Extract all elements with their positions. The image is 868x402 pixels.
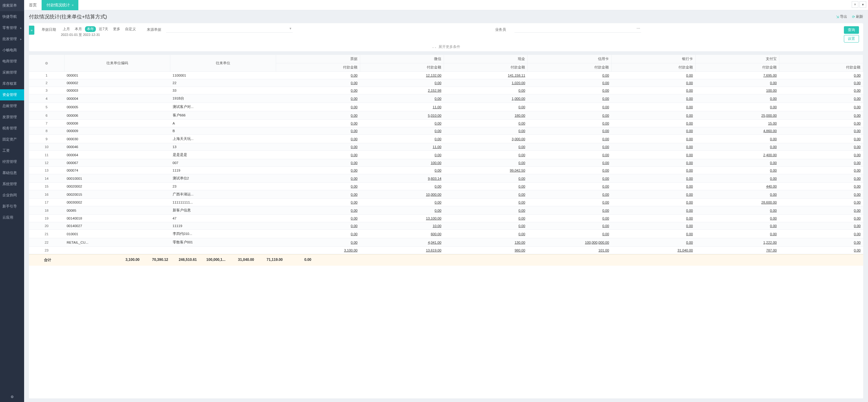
amount-link[interactable]: 0.00 — [518, 232, 525, 236]
col-name[interactable]: 往来单位 — [170, 55, 276, 72]
amount-link[interactable]: 0.00 — [686, 184, 693, 188]
table-row[interactable]: 7000008A0.000.000.000.000.0015.000.00 — [29, 120, 863, 127]
amount-link[interactable]: 100.00 — [766, 89, 777, 92]
amount-link[interactable]: 0.00 — [518, 145, 525, 149]
amount-link[interactable]: 0.00 — [351, 114, 358, 117]
amount-link[interactable]: 0.00 — [351, 153, 358, 157]
amount-link[interactable]: 0.00 — [770, 161, 777, 165]
amount-link[interactable]: 101.00 — [598, 249, 609, 252]
amount-link[interactable]: 0.00 — [602, 161, 609, 165]
table-row[interactable]: 5000005测试客户对...0.0011.000.000.000.000.00… — [29, 103, 863, 111]
sidebar-item-wholesale[interactable]: 批发管理▸ — [0, 33, 24, 45]
amount-link[interactable]: 0.00 — [602, 129, 609, 133]
amount-link[interactable]: 440.00 — [766, 184, 777, 188]
amount-link[interactable]: 0.00 — [686, 145, 693, 149]
col-amt-5[interactable]: 付款金额 — [695, 63, 779, 72]
table-row[interactable]: 9000030上海天天玩...0.000.003,000.000.000.000… — [29, 135, 863, 143]
table-row[interactable]: 1700030002111111111...0.000.000.000.000.… — [29, 199, 863, 206]
amount-link[interactable]: 3,100.00 — [344, 249, 358, 252]
table-row[interactable]: 1900140018470.0013,100.000.000.000.000.0… — [29, 215, 863, 222]
amount-link[interactable]: 15.00 — [768, 121, 777, 125]
amount-link[interactable]: 0.00 — [854, 217, 861, 220]
amount-link[interactable]: 0.00 — [602, 217, 609, 220]
sidebar-item-ec-mgmt[interactable]: 电商管理 — [0, 56, 24, 67]
amount-link[interactable]: 0.00 — [435, 121, 441, 125]
amount-link[interactable]: 0.00 — [854, 169, 861, 172]
amount-link[interactable]: 9,603.14 — [428, 177, 441, 180]
date-quick-5[interactable]: 自定义 — [123, 26, 138, 32]
table-row[interactable]: 1500020002230.000.000.000.000.00440.000.… — [29, 183, 863, 190]
amount-link[interactable]: 0.00 — [686, 177, 693, 180]
amount-link[interactable]: 0.00 — [686, 81, 693, 85]
amount-link[interactable]: 0.00 — [854, 193, 861, 196]
amount-link[interactable]: 1,222.00 — [763, 241, 777, 244]
amount-link[interactable]: 0.00 — [435, 201, 441, 204]
salesperson-input[interactable] — [515, 26, 641, 33]
amount-link[interactable]: 0.00 — [854, 209, 861, 212]
amount-link[interactable]: 0.00 — [854, 201, 861, 204]
amount-link[interactable]: 0.00 — [602, 153, 609, 157]
sidebar-item-basic[interactable]: 基础信息 — [0, 167, 24, 178]
amount-link[interactable]: 0.00 — [518, 217, 525, 220]
amount-link[interactable]: 0.00 — [770, 232, 777, 236]
query-button[interactable]: 查询 — [844, 26, 859, 34]
amount-link[interactable]: 0.00 — [770, 145, 777, 149]
amount-link[interactable]: 10.00 — [433, 224, 441, 228]
amount-link[interactable]: 7,695.00 — [763, 74, 777, 77]
table-row[interactable]: 1400010001测试单位20.009,603.140.000.000.000… — [29, 174, 863, 183]
amount-link[interactable]: 980.00 — [515, 249, 525, 252]
amount-link[interactable]: 0.00 — [686, 169, 693, 172]
amount-link[interactable]: 0.00 — [770, 169, 777, 172]
amount-link[interactable]: 0.00 — [770, 209, 777, 212]
col-amt-4[interactable]: 付款金额 — [612, 63, 695, 72]
col-group-0[interactable]: 票据 — [276, 55, 360, 63]
sidebar-item-inventory[interactable]: 库存核算 — [0, 78, 24, 89]
table-row[interactable]: 11000064是是是是0.000.000.000.000.002,400.00… — [29, 151, 863, 159]
amount-link[interactable]: 0.00 — [351, 209, 358, 212]
amount-link[interactable]: 0.00 — [351, 145, 358, 149]
table-row[interactable]: 10000046130.0011.000.000.000.000.000.00 — [29, 143, 863, 151]
table-row[interactable]: 1800085新客户信息0.000.000.000.000.000.000.00 — [29, 206, 863, 215]
amount-link[interactable]: 0.00 — [770, 105, 777, 109]
col-code[interactable]: 往来单位编码 — [64, 55, 170, 72]
amount-link[interactable]: 0.00 — [686, 137, 693, 141]
amount-link[interactable]: 0.00 — [435, 184, 441, 188]
amount-link[interactable]: 0.00 — [351, 129, 358, 133]
amount-link[interactable]: 0.00 — [686, 193, 693, 196]
sidebar-item-collab[interactable]: 企业协同 — [0, 190, 24, 201]
ellipsis-icon[interactable]: ⋯ — [637, 26, 641, 30]
amount-link[interactable]: 0.00 — [602, 97, 609, 100]
amount-link[interactable]: 0.00 — [602, 224, 609, 228]
amount-link[interactable]: 99,042.50 — [510, 169, 525, 172]
amount-link[interactable]: 0.00 — [351, 74, 358, 77]
amount-link[interactable]: 0.00 — [854, 105, 861, 109]
settings-button[interactable]: 设置 — [844, 35, 859, 42]
amount-link[interactable]: 0.00 — [351, 137, 358, 141]
tab-close-all[interactable]: × — [852, 1, 858, 8]
amount-link[interactable]: 0.00 — [351, 161, 358, 165]
amount-link[interactable]: 0.00 — [602, 114, 609, 117]
sidebar-item-search-menu[interactable]: 搜索菜单 — [0, 0, 24, 11]
table-row[interactable]: 4000004191B台0.000.001,000.000.000.000.00… — [29, 94, 863, 103]
amount-link[interactable]: 0.00 — [518, 89, 525, 92]
amount-link[interactable]: 0.00 — [602, 193, 609, 196]
amount-link[interactable]: 5,010.00 — [428, 114, 441, 117]
table-row[interactable]: 233,100.0013,619.00980.00101.0031,040.00… — [29, 247, 863, 254]
col-amt-0[interactable]: 付款金额 — [276, 63, 360, 72]
table-row[interactable]: 120000670070.00100.000.000.000.000.000.0… — [29, 159, 863, 167]
amount-link[interactable]: 0.00 — [854, 241, 861, 244]
amount-link[interactable]: 0.00 — [770, 224, 777, 228]
amount-link[interactable]: 0.00 — [435, 81, 441, 85]
sidebar-item-tax[interactable]: 税务管理 — [0, 123, 24, 134]
amount-link[interactable]: 0.00 — [351, 201, 358, 204]
amount-link[interactable]: 0.00 — [854, 145, 861, 149]
col-amt-3[interactable]: 付款金额 — [528, 63, 612, 72]
amount-link[interactable]: 0.00 — [854, 97, 861, 100]
amount-link[interactable]: 0.00 — [854, 121, 861, 125]
amount-link[interactable]: 0.00 — [602, 137, 609, 141]
amount-link[interactable]: 12,132.00 — [426, 74, 441, 77]
amount-link[interactable]: 130.00 — [515, 241, 525, 244]
amount-link[interactable]: 13,100.00 — [426, 217, 441, 220]
tab-more[interactable]: ▾ — [860, 1, 866, 8]
amount-link[interactable]: 0.00 — [854, 177, 861, 180]
